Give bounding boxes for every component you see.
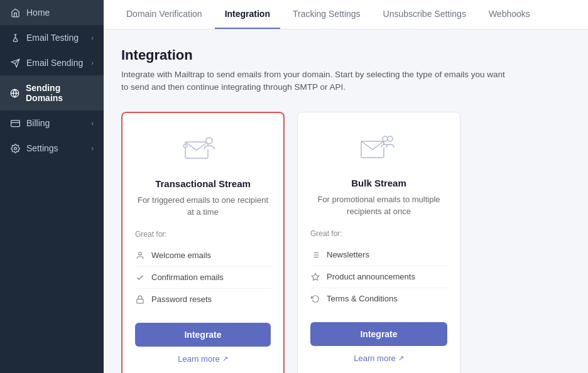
feature-confirmation-emails: Confirmation emails bbox=[135, 267, 271, 289]
page-description: Integrate with Mailtrap to send emails f… bbox=[121, 68, 511, 94]
svg-marker-21 bbox=[312, 273, 319, 280]
sidebar-item-home[interactable]: Home bbox=[0, 0, 104, 25]
transactional-desc: For triggered emails to one recipient at… bbox=[135, 194, 271, 219]
sidebar-item-email-testing[interactable]: Email Testing › bbox=[0, 25, 104, 50]
feature-welcome-emails: Welcome emails bbox=[135, 245, 271, 267]
sidebar-item-label: Email Testing bbox=[26, 33, 79, 43]
feature-label: Password resets bbox=[151, 295, 212, 304]
bulk-features: Newsletters Product announcements Terms … bbox=[310, 244, 447, 310]
sidebar: Home Email Testing › Email Sending › Sen… bbox=[0, 0, 104, 373]
feature-newsletters: Newsletters bbox=[310, 244, 447, 266]
transactional-card: Transactional Stream For triggered email… bbox=[121, 112, 285, 374]
tab-bar: Domain Verification Integration Tracking… bbox=[104, 0, 588, 30]
chevron-right-icon: › bbox=[91, 144, 94, 152]
bulk-card: Bulk Stream For promotional emails to mu… bbox=[297, 112, 460, 374]
feature-product-announcements: Product announcements bbox=[310, 266, 447, 288]
svg-point-10 bbox=[139, 252, 142, 255]
stream-cards: Transactional Stream For triggered email… bbox=[121, 112, 570, 374]
learn-more-label: Learn more bbox=[178, 354, 219, 364]
bulk-title: Bulk Stream bbox=[351, 178, 406, 188]
bulk-icon bbox=[356, 130, 401, 168]
bulk-desc: For promotional emails to multiple recip… bbox=[310, 193, 447, 218]
svg-point-13 bbox=[383, 136, 388, 141]
bulk-integrate-button[interactable]: Integrate bbox=[310, 322, 447, 346]
billing-icon bbox=[10, 118, 20, 128]
bulk-great-for: Great for: bbox=[310, 229, 447, 238]
sidebar-item-billing[interactable]: Billing › bbox=[0, 111, 104, 136]
transactional-great-for: Great for: bbox=[135, 230, 271, 239]
sidebar-item-sending-domains[interactable]: Sending Domains bbox=[0, 75, 104, 111]
flask-icon bbox=[10, 33, 20, 43]
transactional-features: Welcome emails Confirmation emails Passw… bbox=[135, 245, 271, 310]
gear-icon bbox=[10, 143, 20, 153]
tab-unsubscribe-settings[interactable]: Unsubscribe Settings bbox=[373, 0, 476, 29]
sidebar-item-label: Settings bbox=[26, 143, 58, 153]
transactional-icon bbox=[180, 131, 226, 168]
sidebar-item-label: Sending Domains bbox=[26, 83, 94, 103]
feature-label: Newsletters bbox=[327, 250, 369, 259]
page-title: Integration bbox=[121, 47, 570, 63]
svg-point-14 bbox=[388, 136, 393, 141]
bulk-learn-more-link[interactable]: Learn more ↗ bbox=[354, 354, 403, 363]
feature-terms-conditions: Terms & Conditions bbox=[310, 288, 447, 310]
chevron-right-icon: › bbox=[91, 119, 94, 127]
main-content: Domain Verification Integration Tracking… bbox=[104, 0, 588, 373]
sidebar-item-email-sending[interactable]: Email Sending › bbox=[0, 50, 104, 75]
content-area: Integration Integrate with Mailtrap to s… bbox=[104, 30, 588, 373]
transactional-learn-more-link[interactable]: Learn more ↗ bbox=[178, 354, 227, 364]
sidebar-item-label: Home bbox=[26, 8, 50, 18]
tab-webhooks[interactable]: Webhooks bbox=[479, 0, 540, 29]
feature-label: Confirmation emails bbox=[151, 273, 224, 282]
lock-icon bbox=[135, 295, 145, 305]
globe-icon bbox=[10, 88, 19, 98]
external-link-icon: ↗ bbox=[398, 354, 404, 362]
feature-label: Welcome emails bbox=[151, 251, 211, 260]
tab-tracking-settings[interactable]: Tracking Settings bbox=[283, 0, 371, 29]
transactional-title: Transactional Stream bbox=[155, 178, 251, 189]
chevron-right-icon: › bbox=[91, 59, 94, 67]
svg-rect-11 bbox=[137, 299, 144, 303]
external-link-icon: ↗ bbox=[222, 355, 228, 363]
chevron-right-icon: › bbox=[91, 34, 94, 41]
sidebar-item-label: Billing bbox=[26, 118, 50, 128]
send-icon bbox=[10, 58, 20, 68]
feature-password-resets: Password resets bbox=[135, 289, 271, 310]
home-icon bbox=[10, 8, 20, 18]
learn-more-label: Learn more bbox=[354, 354, 395, 363]
sidebar-item-label: Email Sending bbox=[26, 58, 83, 68]
svg-rect-4 bbox=[11, 120, 19, 126]
svg-rect-9 bbox=[183, 144, 187, 148]
svg-point-8 bbox=[206, 138, 212, 144]
sidebar-item-settings[interactable]: Settings › bbox=[0, 136, 104, 161]
refresh-icon bbox=[310, 294, 320, 304]
feature-label: Product announcements bbox=[327, 272, 415, 281]
check-icon bbox=[135, 273, 145, 283]
svg-point-6 bbox=[14, 147, 16, 149]
list-icon bbox=[310, 250, 320, 260]
tab-domain-verification[interactable]: Domain Verification bbox=[116, 0, 212, 29]
user-icon bbox=[135, 251, 145, 261]
tab-integration[interactable]: Integration bbox=[215, 0, 280, 29]
feature-label: Terms & Conditions bbox=[327, 294, 398, 303]
star-icon bbox=[310, 272, 320, 282]
transactional-integrate-button[interactable]: Integrate bbox=[135, 323, 271, 347]
